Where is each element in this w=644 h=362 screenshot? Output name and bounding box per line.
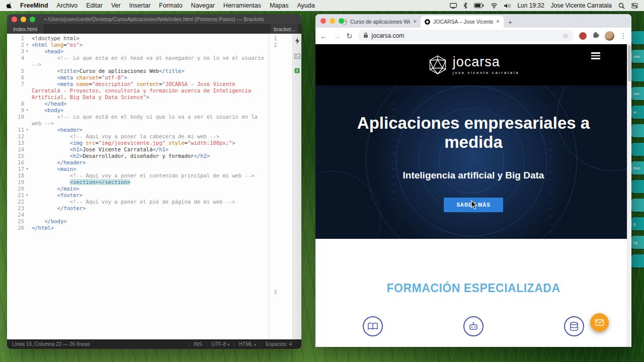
- menu-freemind[interactable]: FreeMind: [20, 2, 48, 9]
- menu-formato[interactable]: Formato: [159, 2, 183, 9]
- browser-tab[interactable]: JOCARSA – Jose Vicente Carr...×: [421, 16, 504, 28]
- contact-fab[interactable]: [590, 313, 609, 332]
- background-tile[interactable]: thon: [631, 161, 644, 174]
- menu-mapas[interactable]: Mapas: [270, 2, 289, 9]
- fold-arrow-icon[interactable]: ▾: [24, 166, 30, 172]
- code-line[interactable]: 3▾ <head>: [7, 48, 269, 55]
- tab-close-icon[interactable]: ×: [496, 19, 500, 25]
- minimize-window-button[interactable]: [330, 18, 335, 24]
- scrollbar-thumb[interactable]: [628, 45, 631, 81]
- display-icon[interactable]: [450, 3, 457, 9]
- minimize-window-button[interactable]: [21, 17, 26, 22]
- code-line[interactable]: 20 </main>: [7, 186, 269, 192]
- browser-tab[interactable]: Curso de aplicaciones Web×: [338, 16, 421, 28]
- menu-ver[interactable]: Ver: [111, 2, 121, 9]
- code-line[interactable]: 16 </header>: [7, 159, 269, 166]
- background-tile[interactable]: [631, 143, 644, 156]
- code-line[interactable]: 14 <h1>Jose Vicente Carratalá</h1>: [7, 146, 269, 153]
- jocarsa-logo[interactable]: jocarsa jose vicente carratala: [428, 55, 519, 75]
- background-tile[interactable]: [631, 254, 644, 267]
- profile-avatar[interactable]: [605, 31, 614, 41]
- fold-arrow-icon[interactable]: ▾: [24, 48, 30, 55]
- close-window-button[interactable]: [320, 18, 326, 24]
- code-line[interactable]: 9▾ <body>: [7, 107, 269, 114]
- background-tile[interactable]: [631, 31, 644, 44]
- bookmark-star-icon[interactable]: ☆: [562, 32, 569, 40]
- code-line[interactable]: 23 </footer>: [7, 205, 269, 212]
- robot-icon[interactable]: [463, 316, 484, 336]
- extension-manager-icon[interactable]: [295, 37, 300, 46]
- encoding-select[interactable]: UTF-8: [207, 341, 234, 347]
- extension-icon-red[interactable]: [579, 32, 587, 40]
- code-line[interactable]: 6 <meta charset="utf-8">: [7, 74, 269, 81]
- code-line[interactable]: 4 <!-- Lo que esta en el head va al nave…: [7, 55, 269, 68]
- hamburger-menu-icon[interactable]: [591, 52, 600, 59]
- code-line[interactable]: 22 <!-- Aquí voy a poner el pié de págin…: [7, 199, 269, 205]
- tab-close-icon[interactable]: ×: [413, 19, 417, 25]
- apple-menu-icon[interactable]: [6, 2, 12, 9]
- code-line[interactable]: 5 <title>Curso de aplicaciones Web</titl…: [7, 68, 269, 74]
- forward-button[interactable]: →: [333, 32, 341, 40]
- background-tile[interactable]: [631, 180, 644, 193]
- code-line[interactable]: 15 <h2>Desarrollador, diseñador y formad…: [7, 153, 269, 159]
- code-line[interactable]: 25 </body>: [7, 218, 269, 225]
- address-bar[interactable]: jocarsa.com ☆: [358, 30, 574, 42]
- code-line[interactable]: 17▾ <main>: [7, 166, 269, 172]
- battery-icon[interactable]: [474, 3, 484, 8]
- fold-arrow-icon[interactable]: ▾: [24, 107, 30, 114]
- code-line[interactable]: 26</html>: [7, 225, 269, 231]
- insert-mode-toggle[interactable]: INS: [189, 341, 207, 347]
- image-preview-icon[interactable]: [294, 52, 300, 61]
- fold-arrow-icon[interactable]: ▾: [24, 42, 30, 48]
- browser-menu-icon[interactable]: ⋮: [620, 32, 627, 40]
- file-tab-bracket[interactable]: bracket...: [271, 24, 298, 34]
- code-line[interactable]: 10 <!-- Lo que está en el body si que lo…: [7, 114, 269, 127]
- background-tile[interactable]: g: [631, 217, 644, 230]
- new-tab-button[interactable]: +: [504, 16, 517, 28]
- code-line[interactable]: 7 <meta name="description" content="JOCA…: [7, 81, 269, 101]
- code-line[interactable]: 1<!doctype html>: [7, 35, 269, 42]
- code-line[interactable]: 18 <!-- Aquí voy a poner el contenido pr…: [7, 172, 269, 179]
- menu-editar[interactable]: Editar: [86, 2, 103, 9]
- menu-ayuda[interactable]: Ayuda: [297, 2, 314, 9]
- menu-bar-user[interactable]: Jose Vicente Carratala: [551, 2, 612, 9]
- code-line[interactable]: 2▾<html lang="es">: [7, 42, 269, 48]
- close-window-button[interactable]: [12, 17, 17, 22]
- code-line[interactable]: 24: [7, 212, 269, 218]
- background-tile[interactable]: uino: [631, 50, 644, 63]
- code-line[interactable]: 13 <img src="img/josevicente.jpg" style=…: [7, 140, 269, 146]
- control-center-icon[interactable]: [631, 3, 638, 9]
- bluetooth-icon[interactable]: [463, 3, 467, 9]
- volume-icon[interactable]: [504, 3, 511, 9]
- zoom-window-button[interactable]: [30, 17, 35, 22]
- indent-setting[interactable]: Espacios: 4: [261, 341, 296, 347]
- language-select[interactable]: HTML: [234, 341, 261, 347]
- back-button[interactable]: ←: [320, 32, 328, 40]
- page-scrollbar[interactable]: [627, 44, 631, 347]
- background-tile[interactable]: m: [631, 106, 644, 119]
- background-tile[interactable]: mm: [631, 87, 644, 100]
- search-icon[interactable]: [618, 3, 625, 9]
- zoom-window-button[interactable]: [339, 18, 344, 24]
- git-icon[interactable]: [294, 66, 300, 75]
- lock-icon[interactable]: [363, 32, 368, 40]
- background-window-edge[interactable]: uinommmthongng: [631, 31, 644, 267]
- menu-archivo[interactable]: Archivo: [57, 2, 78, 9]
- code-line[interactable]: 21▾ <footer>: [7, 192, 269, 199]
- reload-button[interactable]: ↻: [346, 32, 353, 40]
- code-line[interactable]: 12 <!-- Aquí voy a poner la cabecera de …: [7, 133, 269, 140]
- second-editor-pane[interactable]: 1 2 3: [269, 34, 292, 339]
- file-tab-index-html[interactable]: index.html: [7, 24, 43, 34]
- wifi-icon[interactable]: [491, 3, 498, 9]
- brackets-title-bar[interactable]: • /Users/josevicente/Desktop/CursoAplica…: [7, 14, 301, 24]
- extensions-puzzle-icon[interactable]: [592, 31, 599, 40]
- fold-arrow-icon[interactable]: ▾: [24, 127, 30, 133]
- code-line[interactable]: 19 <section></section>: [7, 179, 269, 186]
- code-editor[interactable]: 1<!doctype html>2▾<html lang="es">3▾ <he…: [7, 34, 269, 339]
- menu-herramientas[interactable]: Herramientas: [223, 2, 261, 9]
- code-line[interactable]: 11▾ <header>: [7, 127, 269, 133]
- database-icon[interactable]: [564, 316, 584, 336]
- fold-arrow-icon[interactable]: ▾: [24, 192, 30, 199]
- background-tile[interactable]: [631, 124, 644, 137]
- menu-navegar[interactable]: Navegar: [191, 2, 215, 9]
